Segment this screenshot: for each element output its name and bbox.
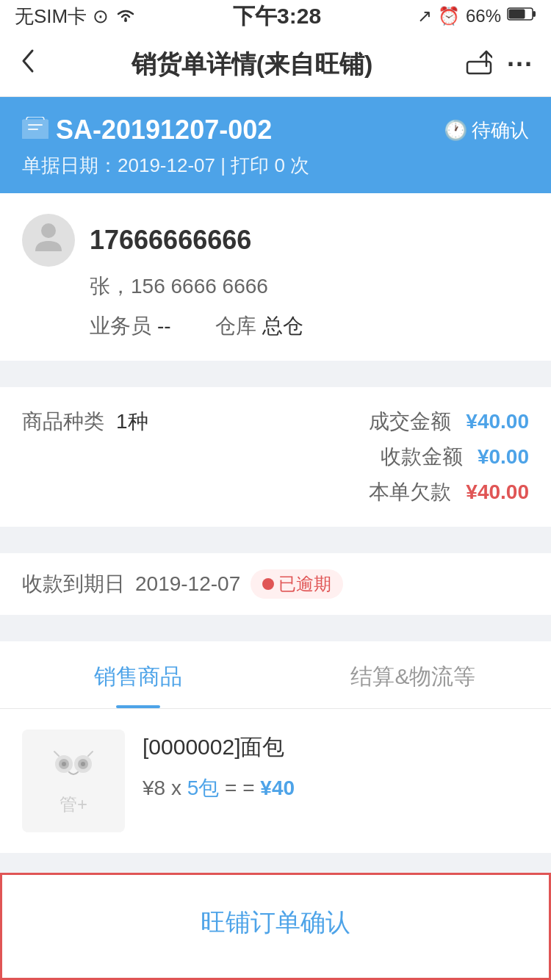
confirm-order-button[interactable]: 旺铺订单确认 (24, 890, 527, 956)
status-clock-icon: 🕐 (444, 119, 467, 142)
salesperson-label: 业务员 (90, 312, 151, 340)
product-info: [0000002]面包 ¥8 x 5包 = = ¥40 (143, 729, 529, 802)
amount-value-2: ¥40.00 (466, 480, 529, 504)
amount-label-2: 本单欠款 (369, 478, 451, 506)
product-price: ¥8 x 5包 = = ¥40 (143, 774, 529, 802)
status-left: 无SIM卡 ⊙ (15, 4, 137, 29)
category-label: 商品种类 (22, 408, 104, 436)
status-time: 下午3:28 (233, 1, 321, 32)
logo-text: 管+ (60, 793, 87, 816)
avatar (22, 214, 75, 267)
order-header: SA-20191207-002 🕐 待确认 单据日期：2019-12-07 | … (0, 97, 551, 193)
product-total: ¥40 (260, 777, 295, 799)
warehouse-item: 仓库 总仓 (215, 312, 303, 340)
amount-value-0: ¥40.00 (466, 410, 529, 433)
wifi-signal (115, 5, 137, 28)
svg-rect-6 (28, 124, 43, 126)
amount-label-0: 成交金额 (369, 408, 451, 436)
divider-3 (0, 628, 551, 641)
customer-info-row: 业务员 -- 仓库 总仓 (90, 312, 529, 340)
product-section: 管+ [0000002]面包 ¥8 x 5包 = = ¥40 (0, 709, 551, 853)
order-icon (22, 115, 48, 145)
status-text: 待确认 (472, 118, 529, 143)
back-button[interactable] (18, 45, 38, 84)
salesperson-value: -- (157, 314, 171, 338)
svg-rect-7 (28, 129, 38, 130)
due-section: 收款到期日 2019-12-07 已逾期 (0, 553, 551, 615)
customer-phone: 17666666666 (90, 225, 251, 256)
share-icon[interactable] (466, 48, 492, 80)
status-bar: 无SIM卡 ⊙ 下午3:28 ↗ ⏰ 66% (0, 0, 551, 32)
battery-icon (507, 6, 536, 26)
battery-label: 66% (466, 6, 501, 26)
nav-bar: 销货单详情(来自旺铺) ··· (0, 32, 551, 97)
amount-value-1: ¥0.00 (478, 445, 529, 469)
price-formula: ¥8 x (143, 777, 181, 799)
warehouse-label: 仓库 (215, 312, 256, 340)
product-thumbnail: 管+ (22, 729, 125, 832)
page-title: 销货单详情(来自旺铺) (132, 48, 373, 82)
summary-left: 商品种类 1种 (22, 408, 148, 436)
salesperson-item: 业务员 -- (90, 312, 171, 340)
status-right: ↗ ⏰ 66% (417, 6, 536, 26)
warehouse-value: 总仓 (262, 312, 303, 340)
overdue-dot-icon (262, 578, 274, 590)
customer-row: 17666666666 (22, 214, 529, 267)
customer-section: 17666666666 张，156 6666 6666 业务员 -- 仓库 总仓 (0, 193, 551, 361)
divider-1 (0, 374, 551, 387)
tab-products-label: 销售商品 (94, 664, 182, 688)
category-count: 1种 (116, 408, 148, 436)
location-icon: ↗ (417, 6, 432, 26)
svg-point-14 (81, 762, 85, 766)
svg-point-13 (62, 762, 66, 766)
alarm-icon: ⏰ (438, 6, 460, 26)
customer-name: 张，156 6666 6666 (90, 273, 529, 300)
svg-point-0 (124, 19, 127, 22)
order-id-text: SA-20191207-002 (56, 115, 272, 145)
order-date: 单据日期：2019-12-07 (22, 154, 215, 176)
divider-2 (0, 540, 551, 553)
summary-right: 成交金额 ¥40.00 收款金额 ¥0.00 本单欠款 ¥40.00 (369, 408, 529, 506)
product-logo: 管+ (44, 746, 103, 816)
tab-settlement[interactable]: 结算&物流等 (276, 641, 551, 708)
carrier-label: 无SIM卡 (15, 4, 87, 29)
tab-settlement-label: 结算&物流等 (350, 664, 475, 688)
due-date-value: 2019-12-07 (135, 572, 240, 596)
nav-actions: ··· (466, 48, 533, 80)
tabs-row: 销售商品 结算&物流等 (0, 641, 551, 709)
product-qty: 5包 (187, 777, 220, 799)
tab-products[interactable]: 销售商品 (0, 641, 276, 708)
overdue-badge: 已逾期 (251, 569, 343, 599)
price-equals: = (242, 777, 260, 799)
svg-rect-2 (533, 11, 536, 17)
due-date-label: 收款到期日 (22, 570, 125, 598)
order-print-info: | 打印 0 次 (220, 154, 309, 176)
amount-label-1: 收款金额 (381, 443, 463, 471)
price-separator: = (225, 777, 237, 799)
summary-section: 商品种类 1种 成交金额 ¥40.00 收款金额 ¥0.00 本单欠款 ¥40.… (0, 387, 551, 527)
order-id-row: SA-20191207-002 (22, 115, 272, 145)
confirm-btn-wrapper: 旺铺订单确认 (0, 873, 551, 980)
order-status: 🕐 待确认 (444, 118, 529, 143)
tabs-section: 销售商品 结算&物流等 (0, 641, 551, 709)
overdue-text: 已逾期 (278, 572, 331, 596)
wifi-icon: ⊙ (93, 5, 109, 28)
product-name: [0000002]面包 (143, 732, 529, 763)
summary-row-0: 成交金额 ¥40.00 (369, 408, 529, 436)
svg-point-8 (41, 223, 56, 238)
avatar-person-icon (32, 220, 65, 260)
order-meta: 单据日期：2019-12-07 | 打印 0 次 (22, 153, 529, 179)
more-icon[interactable]: ··· (507, 49, 533, 80)
summary-row-1: 收款金额 ¥0.00 (381, 443, 529, 471)
svg-rect-3 (508, 10, 525, 19)
summary-row-2: 本单欠款 ¥40.00 (369, 478, 529, 506)
